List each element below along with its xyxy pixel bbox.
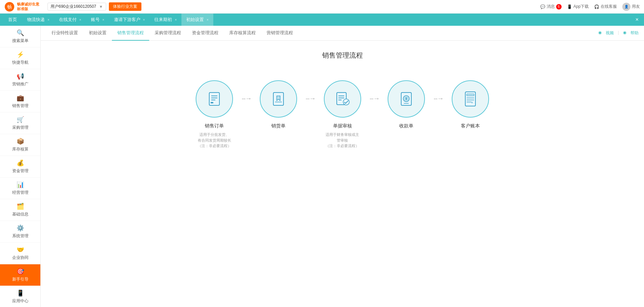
flow-circle-audit [324,80,361,118]
step-label-account: 客户账本 [461,123,480,129]
help-icon: ◉ [623,30,626,36]
system-icon: ⚙️ [17,224,24,232]
nav-tab-logistics[interactable]: 物流快递 × [22,14,54,26]
account-icon: ¥ [462,90,479,107]
content-area: 行业特性设置 初始设置 销售管理流程 采购管理流程 资金管理流程 库存核算流程 … [41,26,644,307]
message-icon: 💬 [540,4,545,9]
nav-tab-payment[interactable]: 在线支付 × [54,14,86,26]
nav-tab-account[interactable]: 账号 × [86,14,109,26]
flow-step-audit: 单据审核 适用于财务审核或主管审核（注：非必要流程） [315,80,370,149]
sidebar-item-search[interactable]: 🔍 搜索菜单 [0,26,40,47]
flow-step-account: ¥ 客户账本 [443,80,497,132]
main-layout: 🔍 搜索菜单 ⚡ 快捷导航 📢 营销推广 💼 销售管理 🛒 采购管理 📦 库存核… [0,26,644,307]
online-service-button[interactable]: 🎧 在线客服 [594,4,617,9]
sidebar-item-finance[interactable]: 💰 资金管理 [0,156,40,178]
flow-content: 销售管理流程 销售订单 适用于分批发货、有合同发货周期较长（ [41,41,644,307]
step-label-sales-order: 销售订单 [205,123,224,129]
app-download-button[interactable]: 📱 App下载 [567,4,589,9]
flow-step-receipt: ¥ 收款单 [379,80,433,132]
close-icon[interactable]: × [143,18,145,22]
svg-rect-2 [209,93,219,105]
flow-circle-receipt: ¥ [388,80,425,118]
nav-tabs: 首页 物流快递 × 在线支付 × 账号 × 邀请下游客户 × 往来期初 × 初始… [0,14,644,26]
appcenter-icon: 📱 [17,289,24,297]
sidebar-item-system[interactable]: ⚙️ 系统管理 [0,221,40,243]
sidebar-item-purchase[interactable]: 🛒 采购管理 [0,112,40,134]
logo-text: 畅康诚好生意 标准版 [17,2,39,11]
sidebar-item-marketing[interactable]: 📢 营销推广 [0,69,40,91]
newguide-icon: 🎯 [17,268,24,275]
close-icon[interactable]: × [102,18,104,22]
close-icon[interactable]: × [175,18,177,22]
logo-icon: 畅 [4,1,15,12]
help-button[interactable]: 帮助 [630,30,639,36]
top-bar: 畅 畅康诚好生意 标准版 用户690企业1660120507 ▼ 体验行业方案 … [0,0,644,14]
sidebar-item-newguide[interactable]: 🎯 新手引导 [0,264,40,286]
flow-circle-delivery [260,80,297,118]
svg-rect-19 [467,94,474,96]
sales-order-icon [206,90,223,107]
sidebar-item-label: 经营管理 [12,190,28,196]
flow-arrow-4: ···→ [433,80,443,102]
subtab-marketing-flow[interactable]: 营销管理流程 [261,26,298,41]
audit-icon [334,90,351,107]
close-icon[interactable]: × [207,18,209,22]
step-desc-sales-order: 适用于分批发货、有合同发货周期较长（注：非必要流程） [198,132,231,149]
flow-arrow-1: ···→ [241,80,251,102]
video-button[interactable]: 视频 [606,30,614,36]
flow-circle-sales-order [196,80,233,118]
enterprise-icon: 🤝 [17,246,24,253]
purchase-icon: 🛒 [17,116,24,123]
sidebar-item-label: 基础信息 [12,211,28,217]
flow-circle-account: ¥ [452,80,489,118]
finance-icon: 💰 [17,159,24,167]
subtab-inventory-flow[interactable]: 库存核算流程 [224,26,261,41]
close-icon[interactable]: × [79,18,81,22]
flow-step-sales-order: 销售订单 适用于分批发货、有合同发货周期较长（注：非必要流程） [187,80,241,149]
sidebar-item-appcenter[interactable]: 📱 应用中心 [0,286,40,307]
sidebar-item-label: 销售管理 [12,103,28,109]
try-solution-button[interactable]: 体验行业方案 [109,2,141,11]
sidebar-item-inventory[interactable]: 📦 库存核算 [0,134,40,156]
subtab-sales-flow[interactable]: 销售管理流程 [112,26,149,41]
subtab-industry[interactable]: 行业特性设置 [46,26,83,41]
receipt-icon: ¥ [398,90,415,107]
sidebar-item-operation[interactable]: 📊 经营管理 [0,178,40,199]
subtab-initial[interactable]: 初始设置 [83,26,112,41]
sidebar-item-label: 企业协同 [12,255,28,261]
sub-tabs: 行业特性设置 初始设置 销售管理流程 采购管理流程 资金管理流程 库存核算流程 … [41,26,644,41]
subtab-purchase-flow[interactable]: 采购管理流程 [149,26,187,41]
sidebar-item-label: 新手引导 [12,277,28,282]
app-icon: 📱 [567,4,572,9]
svg-text:¥: ¥ [405,97,407,101]
sidebar: 🔍 搜索菜单 ⚡ 快捷导航 📢 营销推广 💼 销售管理 🛒 采购管理 📦 库存核… [0,26,41,307]
close-all-tabs-button[interactable]: × [633,17,641,23]
flow-diagram: 销售订单 适用于分批发货、有合同发货周期较长（注：非必要流程） ···→ 销货单 [54,80,630,149]
message-button[interactable]: 💬 消息 6 [540,4,562,9]
sidebar-item-enterprise[interactable]: 🤝 企业协同 [0,243,40,264]
nav-tab-home[interactable]: 首页 [3,14,22,26]
step-label-delivery: 销货单 [271,123,286,129]
svg-text:畅: 畅 [7,4,12,9]
step-label-receipt: 收款单 [399,123,413,129]
delivery-icon [270,90,287,107]
sidebar-item-label: 资金管理 [12,168,28,174]
svg-rect-6 [211,102,213,103]
nav-tab-period[interactable]: 往来期初 × [150,14,181,26]
sidebar-item-sales[interactable]: 💼 销售管理 [0,91,40,112]
svg-point-13 [343,99,349,105]
sidebar-item-quicknav[interactable]: ⚡ 快捷导航 [0,47,40,69]
subtab-finance-flow[interactable]: 资金管理流程 [187,26,224,41]
nav-tab-invite[interactable]: 邀请下游客户 × [109,14,150,26]
user-selector[interactable]: 用户690企业1660120507 ▼ [47,3,106,11]
step-label-audit: 单据审核 [333,123,352,129]
sidebar-item-label: 采购管理 [12,125,28,130]
nav-tab-initial-setup[interactable]: 初始设置 × [181,14,213,26]
sidebar-item-basic[interactable]: 🗂️ 基础信息 [0,199,40,221]
dropdown-arrow-icon: ▼ [99,4,103,9]
flow-arrow-3: ···→ [370,80,379,102]
close-icon[interactable]: × [47,18,50,22]
inventory-icon: 📦 [17,138,24,145]
headset-icon: 🎧 [594,4,599,9]
user-menu-button[interactable]: 👤 用友 [622,3,640,11]
